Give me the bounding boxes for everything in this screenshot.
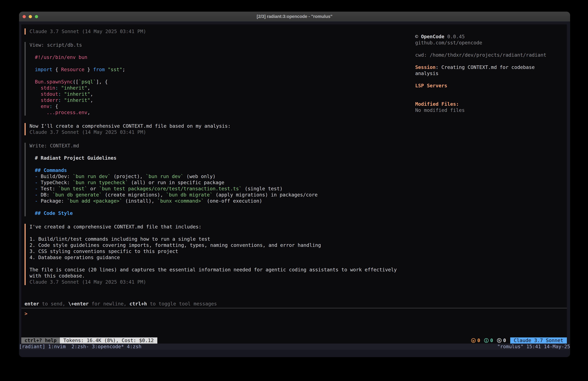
tokens-chip: Tokens: 16.4K (8%), Cost: $0.12: [60, 337, 157, 344]
message-line: Now I'll create a comprehensive CONTEXT.…: [30, 123, 415, 129]
code-line: ...process.env,: [35, 110, 415, 116]
code-line: # Radiant Project Guidelines: [35, 155, 415, 161]
code-line: - TypeCheck: `bun run typecheck` (all) o…: [35, 179, 415, 186]
code-line: stdin: "inherit",: [35, 85, 415, 91]
model-badge: Claude 3.7 Sonnet: [510, 337, 567, 344]
counter-value: 0: [477, 337, 480, 344]
message-meta: Claude 3.7 Sonnet (14 May 2025 03:41 PM): [30, 129, 415, 135]
message-line: [30, 230, 415, 236]
code-line: ## Code Style: [35, 210, 415, 216]
tmux-status-bar: [radiant] 1:nvim 2:zsh- 3:opencode* 4:zs…: [19, 344, 570, 350]
code-line: env: {: [35, 103, 415, 110]
message-line: [30, 261, 415, 267]
message-line: 2. Code style guidelines covering import…: [30, 242, 415, 248]
sidebar-line: Modified Files:: [415, 101, 557, 107]
window-title: [2/3] radiant:3:opencode - "romulus": [19, 14, 570, 19]
status-bar: ctrl+? help Tokens: 16.4K (8%), Cost: $0…: [21, 337, 567, 344]
titlebar: [2/3] radiant:3:opencode - "romulus": [19, 12, 570, 22]
code-line: [35, 73, 415, 79]
assistant-message: Claude 3.7 Sonnet (14 May 2025 03:41 PM): [24, 28, 415, 35]
assistant-message: I've created a comprehensive CONTEXT.md …: [24, 224, 415, 285]
tool-block: Write: CONTEXT.md # Radiant Project Guid…: [24, 143, 415, 216]
sidebar-line: © OpenCode 0.0.45: [415, 34, 557, 40]
sidebar-line: [415, 58, 557, 64]
main-area: Claude 3.7 Sonnet (14 May 2025 03:41 PM)…: [21, 28, 567, 292]
status-right: w0i0h0 Claude 3.7 Sonnet: [471, 337, 567, 344]
code-line: stdout: "inherit",: [35, 91, 415, 97]
message-line: 1. Build/lint/test commands including ho…: [30, 236, 415, 242]
hints-counter: h0: [497, 337, 506, 344]
prompt-icon: >: [24, 311, 27, 316]
tmux-session-windows: [radiant] 1:nvim 2:zsh- 3:opencode* 4:zs…: [19, 344, 142, 350]
code-line: #!/usr/bin/env bun: [35, 54, 415, 60]
code-line: [35, 60, 415, 67]
code-line: [35, 161, 415, 167]
terminal-window: [2/3] radiant:3:opencode - "romulus" Cla…: [19, 12, 570, 357]
i-circle-icon: i: [484, 338, 489, 343]
sidebar-line: LSP Servers: [415, 83, 557, 89]
sidebar-line: [415, 95, 557, 101]
message-line: The file is concise (20 lines) and captu…: [30, 267, 415, 273]
counter-value: 0: [490, 337, 493, 344]
tool-output: # Radiant Project Guidelines ## Commands…: [30, 155, 415, 216]
sidebar-line: [415, 46, 557, 52]
code-line: stderr: "inherit",: [35, 97, 415, 103]
w-circle-icon: w: [471, 338, 476, 343]
sidebar-line: No modified files: [415, 107, 557, 113]
code-line: - Test: `bun test` or `bun test packages…: [35, 186, 415, 192]
message-meta: Claude 3.7 Sonnet (14 May 2025 03:41 PM): [30, 28, 415, 35]
message-line: with this codebase.: [30, 273, 415, 279]
code-line: - Package: `bun add <package>` (install)…: [35, 198, 415, 204]
sidebar-line: cwd: /home/thdxr/dev/projects/radiant/ra…: [415, 52, 557, 58]
tmux-right-status: "romulus" 15:41 14-May-25: [497, 344, 570, 350]
tool-block: View: script/db.ts #!/usr/bin/env bun im…: [24, 42, 415, 116]
sidebar-line: github.com/sst/opencode: [415, 40, 557, 46]
text-line: [30, 149, 415, 155]
terminal-body: Claude 3.7 Sonnet (14 May 2025 03:41 PM)…: [19, 22, 570, 357]
code-line: Bun.spawnSync([`psql`], {: [35, 79, 415, 85]
h-circle-icon: h: [497, 338, 502, 343]
sidebar-line: Session: Creating CONTEXT.md for codebas…: [415, 64, 557, 77]
opencode-tui: Claude 3.7 Sonnet (14 May 2025 03:41 PM)…: [21, 24, 567, 344]
tool-title: View: script/db.ts: [30, 42, 415, 48]
session-sidebar: © OpenCode 0.0.45github.com/sst/opencode…: [415, 28, 557, 292]
hint-line: enter to send, \+enter for newline, ctrl…: [21, 301, 567, 307]
message-line: 3. CSS styling conventions specific to t…: [30, 248, 415, 254]
info-counter: i0: [484, 337, 493, 344]
counter-value: 0: [503, 337, 506, 344]
tool-title: Write: CONTEXT.md: [30, 143, 415, 149]
assistant-message: Now I'll create a comprehensive CONTEXT.…: [24, 123, 415, 135]
sidebar-line: [415, 77, 557, 83]
message-line: I've created a comprehensive CONTEXT.md …: [30, 224, 415, 230]
message-line: 4. Database operations guidance: [30, 254, 415, 261]
help-chip: ctrl+? help: [21, 337, 60, 344]
code-line: [35, 204, 415, 210]
code-line: - Build/Dev: `bun run dev` (project), `b…: [35, 173, 415, 179]
warnings-counter: w0: [471, 337, 480, 344]
code-line: - DB: `bun db generate` (create migratio…: [35, 192, 415, 198]
code-line: ## Commands: [35, 167, 415, 173]
chat-blocks: Claude 3.7 Sonnet (14 May 2025 03:41 PM)…: [24, 28, 415, 292]
message-meta: Claude 3.7 Sonnet (14 May 2025 03:41 PM): [30, 279, 415, 285]
input-separator: [21, 308, 567, 308]
sidebar-line: [415, 89, 557, 95]
text-line: [30, 48, 415, 54]
status-counters: w0i0h0: [471, 337, 506, 344]
prompt-input[interactable]: >: [21, 311, 567, 317]
tool-output: #!/usr/bin/env bun import { Resource } f…: [30, 54, 415, 116]
code-line: import { Resource } from "sst";: [35, 67, 415, 73]
